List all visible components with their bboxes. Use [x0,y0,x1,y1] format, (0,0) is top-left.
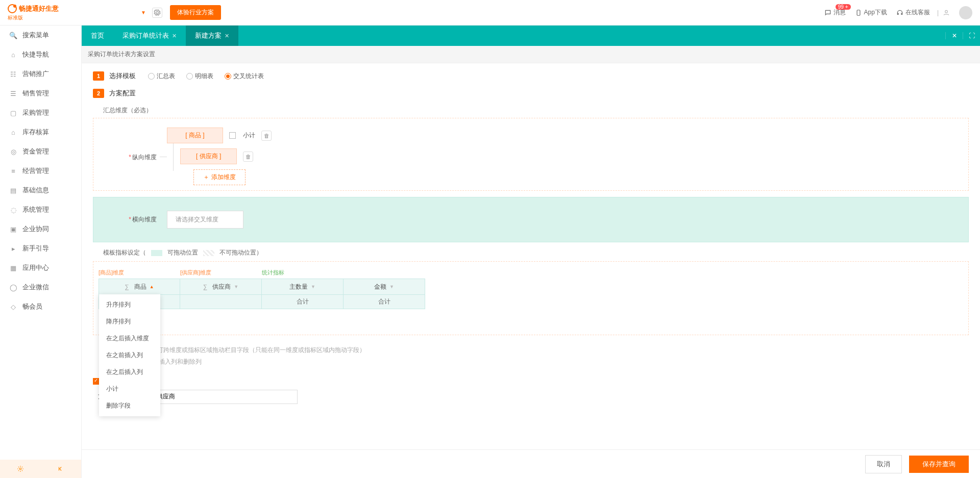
cs-button[interactable]: 在线客服 [896,8,930,17]
dim-tag-supplier[interactable]: [ 供应商 ] [180,148,237,164]
delete-dim-goods[interactable]: 🗑 [261,131,272,141]
save-plan-toggle[interactable]: 方案保存(可选) [93,377,969,386]
side-guide[interactable]: ▸新手引导 [0,239,81,258]
dd-asc[interactable]: 升序排列 [99,296,160,313]
apps-icon: ▦ [9,264,17,272]
col-head-goods[interactable]: ∑ 商品 ▲ 升序排列 降序排列 在之后插入维度 在之前插入列 在之后插入列 [99,279,180,294]
settings-gear-button[interactable] [152,8,162,18]
summary-dim-title: 汇总维度（必选） [103,106,969,115]
side-quicknav[interactable]: ⌂快捷导航 [0,45,81,64]
side-funds[interactable]: ◎资金管理 [0,142,81,161]
tabs: 首页 采购订单统计表✕ 新建方案✕ ✕ ⛶ [82,26,980,46]
app-download-label: App下载 [864,8,887,17]
indicator-grid-box: [商品]维度 [供应商]维度 统计指标 ∑ 商品 ▲ [93,261,969,335]
col-head-amt[interactable]: 金额 ▼ [344,279,425,294]
tips: 提示：1.拖动标题 可跨维度或指标区域拖动栏目字段（只能在同一维度或指标区域内拖… [103,344,969,368]
col-head-qty[interactable]: 主数量 ▼ [262,279,343,294]
avatar[interactable] [959,6,972,19]
wechat-icon: ◯ [9,283,17,291]
delete-dim-supplier[interactable]: 🗑 [243,152,253,162]
tenant-select[interactable]: ▼ [79,8,146,17]
svg-point-2 [19,468,21,470]
headset-icon [896,9,903,16]
sidebar-footer [0,460,81,478]
cancel-button[interactable]: 取消 [865,455,902,473]
side-marketing[interactable]: ☷营销推广 [0,64,81,84]
messages-button[interactable]: 消息 99 + [824,8,846,17]
add-dim-button[interactable]: ＋添加维度 [193,169,246,185]
tab-home[interactable]: 首页 [82,26,113,46]
side-collab[interactable]: ▣企业协同 [0,219,81,239]
tab-new-plan[interactable]: 新建方案✕ [186,26,238,46]
sigma-icon: ∑ [203,283,208,290]
close-icon[interactable]: ✕ [225,33,229,39]
radio-detail[interactable]: 明细表 [186,72,213,81]
tab-purchase-stats[interactable]: 采购订单统计表✕ [113,26,186,46]
side-ops[interactable]: ≡经营管理 [0,161,81,181]
footer: 取消 保存并查询 [82,449,980,478]
side-wechat[interactable]: ◯企业微信 [0,278,81,297]
guide-icon: ▸ [9,244,17,253]
step-badge: 2 [93,89,104,98]
dd-insert-dim-after[interactable]: 在之后插入维度 [99,330,160,347]
logo-text: 畅捷通好生意 [19,4,59,13]
save-query-button[interactable]: 保存并查询 [909,456,969,473]
breadcrumb: 采购订单统计表方案设置 [82,46,980,63]
dd-delete-field[interactable]: 删除字段 [99,397,160,414]
side-purchase[interactable]: ▢采购管理 [0,103,81,122]
side-base[interactable]: ▤基础信息 [0,181,81,200]
user-menu[interactable]: | [937,9,939,16]
side-search[interactable]: 🔍搜索菜单 [0,26,81,45]
side-appcenter[interactable]: ▦应用中心 [0,258,81,278]
main: 首页 采购订单统计表✕ 新建方案✕ ✕ ⛶ 采购订单统计表方案设置 1 选择模板… [82,26,980,478]
tabs-fullscreen-button[interactable]: ⛶ [963,32,980,39]
radio-summary[interactable]: 汇总表 [148,72,175,81]
indicator-legend: 模板指标设定（ 可拖动位置 不可拖动位置） [103,248,969,257]
col-head-supplier[interactable]: ∑ 供应商 ▼ [180,279,261,294]
svg-point-1 [945,10,948,13]
caret-down-icon: ▼ [311,284,315,289]
vertical-dim-label: *纵向维度 [106,153,167,162]
logo-icon [8,4,17,13]
wallet-icon: ◎ [9,147,17,156]
side-inventory[interactable]: ⌂库存核算 [0,122,81,142]
cross-dim-select[interactable]: 请选择交叉维度 [167,211,243,229]
home-icon: ⌂ [9,51,17,59]
vertical-dim-box: *纵向维度 [ 商品 ] 小计 🗑 [ 供应商 ] [93,118,969,191]
warehouse-icon: ⌂ [9,128,17,136]
subtotal-label: 小计 [243,131,255,140]
col-body-qty: 合计 [262,294,343,309]
radio-cross[interactable]: 交叉统计表 [225,72,264,81]
dim-tag-goods[interactable]: [ 商品 ] [167,128,223,143]
side-system[interactable]: ◌系统管理 [0,200,81,219]
user-icon [943,9,950,16]
subtotal-checkbox[interactable] [229,132,236,139]
radio-icon [186,73,193,80]
app-download-button[interactable]: App下载 [855,8,887,17]
dim-tree: [ 商品 ] 小计 🗑 [ 供应商 ] 🗑 [167,128,272,187]
tabs-close-all-button[interactable]: ✕ [945,32,963,39]
side-member[interactable]: ◇畅会员 [0,297,81,316]
dd-insert-col-before[interactable]: 在之前插入列 [99,347,160,364]
collab-icon: ▣ [9,225,17,233]
sidebar-settings-button[interactable] [0,460,41,478]
dd-desc[interactable]: 降序排列 [99,313,160,330]
cart-icon: ☰ [9,89,17,97]
try-industry-button[interactable]: 体验行业方案 [170,5,221,20]
sidebar-collapse-button[interactable] [41,460,82,478]
grid-group-goods: [商品]维度 [99,269,180,276]
caret-down-icon: ▼ [389,284,394,289]
dd-insert-col-after[interactable]: 在之后插入列 [99,364,160,381]
collapse-icon [57,465,64,472]
gift-icon: ☷ [9,70,17,78]
chevron-down-icon: ▼ [141,10,146,15]
side-sales[interactable]: ☰销售管理 [0,84,81,103]
logo-sub: 标准版 [8,14,59,21]
member-icon: ◇ [9,303,17,311]
step1-header: 1 选择模板 汇总表 明细表 交叉统计表 [82,68,980,86]
gear-icon [154,9,161,16]
dd-subtotal[interactable]: 小计 [99,381,160,397]
step2-header: 2 方案配置 [82,86,980,103]
legend-draggable-swatch [151,250,162,256]
close-icon[interactable]: ✕ [172,33,177,39]
